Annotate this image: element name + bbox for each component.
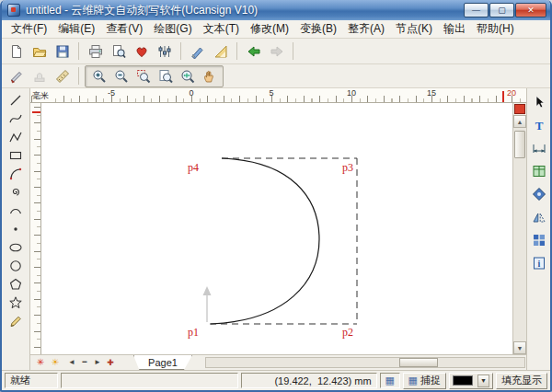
vertical-scroll-thumb[interactable] <box>514 131 525 158</box>
color-selector[interactable]: ▼ <box>449 373 493 389</box>
undo-button[interactable] <box>243 41 264 62</box>
point-label-p4: p4 <box>188 161 199 174</box>
measure-pen-button[interactable] <box>187 41 208 62</box>
menu-edit[interactable]: 编辑(E) <box>52 19 100 39</box>
set-square-button[interactable] <box>210 41 231 62</box>
ruler-origin-button[interactable] <box>514 104 525 114</box>
ellipse-tool[interactable] <box>5 238 28 256</box>
new-document-button[interactable] <box>6 41 27 62</box>
point-label-p2: p2 <box>342 326 353 339</box>
arc-curve[interactable] <box>211 158 319 324</box>
ruler-tool-button[interactable] <box>52 66 73 86</box>
zoom-in-button[interactable] <box>88 66 109 86</box>
ruler-tick-label: 20 <box>507 88 516 98</box>
text-tool[interactable]: T <box>529 115 549 134</box>
zoom-out-button[interactable] <box>110 66 132 86</box>
curve-tool[interactable] <box>5 110 28 127</box>
zoom-tool-group <box>85 65 224 87</box>
layer-mark-icon[interactable]: ✳ <box>34 356 47 369</box>
maximize-button[interactable]: ▢ <box>489 3 514 17</box>
horizontal-scroll-thumb[interactable] <box>399 358 438 367</box>
menu-view[interactable]: 查看(V) <box>100 19 148 39</box>
polyline-tool[interactable] <box>5 128 28 145</box>
svg-text:i: i <box>537 259 540 269</box>
save-button[interactable] <box>52 41 73 62</box>
settings-sliders-button[interactable] <box>154 41 175 62</box>
page-tab-bar: ✳ ☀ ◄ ━ ► ✚ Page1 <box>30 354 526 370</box>
sun-mark-icon[interactable]: ☀ <box>49 356 62 369</box>
menu-node[interactable]: 节点(K) <box>390 19 438 39</box>
star-tool[interactable] <box>5 294 28 311</box>
print-button[interactable] <box>85 41 106 62</box>
select-tool[interactable] <box>529 92 549 111</box>
snap-toggle-button[interactable]: ▦ 捕捉 <box>403 373 446 389</box>
vertical-scrollbar[interactable]: ▲ ▼ <box>512 103 526 354</box>
next-page-icon[interactable]: ► <box>91 356 104 369</box>
status-ready: 就绪 <box>5 373 58 388</box>
point-tool[interactable] <box>5 220 28 237</box>
circle-tool[interactable] <box>5 257 28 274</box>
menu-draw[interactable]: 绘图(G) <box>148 19 197 39</box>
vertical-scroll-track[interactable] <box>513 128 526 341</box>
redo-button[interactable] <box>266 41 287 62</box>
scroll-up-button[interactable]: ▲ <box>513 115 526 128</box>
menu-text[interactable]: 文本(T) <box>198 19 245 39</box>
view-toolbar <box>2 64 550 88</box>
snap-grid-icon: ▦ <box>408 375 418 386</box>
stamp-tool-button[interactable] <box>29 66 50 86</box>
horizontal-ruler: 毫米 -5 0 5 10 15 20 <box>30 88 526 103</box>
close-button[interactable]: ✕ <box>515 3 546 17</box>
page-tab[interactable]: Page1 <box>133 355 192 370</box>
window-title: untitled - 云维牌文自动刻写软件(Ucansign V10) <box>26 3 464 18</box>
polygon-tool[interactable] <box>5 275 28 293</box>
menu-help[interactable]: 帮助(H) <box>471 19 520 39</box>
drawing-toolbox <box>2 88 30 370</box>
drawing-canvas[interactable]: p4 p3 p1 p2 <box>41 103 512 354</box>
pan-hand-button[interactable] <box>199 66 220 86</box>
ruler-cursor-mark <box>32 111 40 113</box>
align-grid-tool[interactable] <box>529 230 549 249</box>
fill-display-button[interactable]: 填充显示 <box>496 373 547 389</box>
color-dropdown-arrow[interactable]: ▼ <box>477 375 489 387</box>
material-library-tool[interactable] <box>529 161 549 180</box>
spiral-tool[interactable] <box>5 183 28 201</box>
print-preview-button[interactable] <box>108 41 129 62</box>
rectangle-tool[interactable] <box>5 146 28 164</box>
menu-output[interactable]: 输出 <box>438 19 471 39</box>
menu-align[interactable]: 整齐(A) <box>342 19 390 39</box>
scroll-down-button[interactable]: ▼ <box>513 341 526 354</box>
arc-3point-tool[interactable] <box>5 202 28 219</box>
pencil-tool[interactable] <box>5 312 28 329</box>
line-tool[interactable] <box>5 91 28 109</box>
point-label-p1: p1 <box>188 326 199 339</box>
vertical-ruler <box>30 103 41 354</box>
engrave-path-tool[interactable] <box>529 184 549 203</box>
ruler-tick-label: -5 <box>108 88 115 98</box>
zoom-page-button[interactable] <box>155 66 176 86</box>
menu-modify[interactable]: 修改(M) <box>245 19 294 39</box>
mirror-tool[interactable] <box>529 207 549 226</box>
zoom-window-button[interactable] <box>132 66 154 86</box>
ruler-unit-label: 毫米 <box>32 90 51 102</box>
cutter-tool-button[interactable] <box>6 66 27 86</box>
menu-bar: 文件(F) 编辑(E) 查看(V) 绘图(G) 文本(T) 修改(M) 变换(B… <box>2 20 550 39</box>
minimize-button[interactable]: — <box>464 3 489 17</box>
horizontal-scroll-track[interactable] <box>205 357 525 368</box>
dimension-tool[interactable] <box>529 138 549 157</box>
fill-display-label: 填充显示 <box>501 374 542 387</box>
title-bar[interactable]: untitled - 云维牌文自动刻写软件(Ucansign V10) — ▢ … <box>2 0 550 20</box>
current-color-swatch <box>453 375 473 386</box>
prev-page-icon[interactable]: ◄ <box>65 356 78 369</box>
object-info-tool[interactable]: i <box>529 253 549 272</box>
menu-transform[interactable]: 变换(B) <box>294 19 342 39</box>
cursor-coordinates: (19.422, 12.423) mm <box>241 373 377 388</box>
menu-file[interactable]: 文件(F) <box>6 19 52 39</box>
clipart-button[interactable] <box>131 41 152 62</box>
canvas-drawing: p4 p3 p1 p2 <box>41 103 512 354</box>
add-page-icon[interactable]: ✚ <box>104 356 117 369</box>
standard-toolbar <box>2 39 550 64</box>
zoom-all-button[interactable] <box>177 66 198 86</box>
open-file-button[interactable] <box>29 41 50 62</box>
page-list-icon[interactable]: ━ <box>78 356 91 369</box>
arc-tool[interactable] <box>5 165 28 182</box>
